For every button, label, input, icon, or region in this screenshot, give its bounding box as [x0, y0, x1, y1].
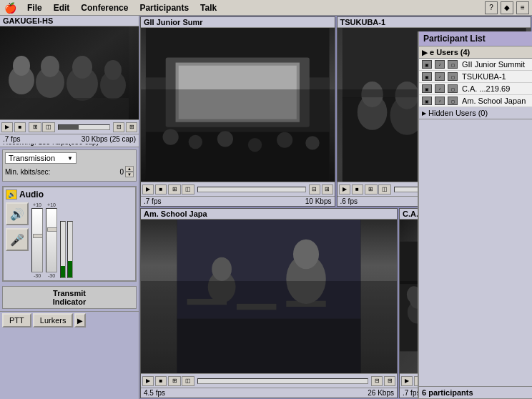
level-indicators — [60, 202, 73, 278]
gii-ctrl3[interactable]: ⊟ — [309, 184, 320, 194]
audio-icon: 🔊 — [6, 189, 17, 200]
gii-stop[interactable]: ■ — [155, 184, 167, 194]
control-strip-icon[interactable]: ≡ — [516, 1, 529, 14]
apple-menu[interactable]: 🍎 — [3, 1, 17, 14]
level-bar-1 — [60, 221, 66, 278]
amschool-ctrl1[interactable]: ⊞ — [168, 376, 181, 386]
local-stop-btn[interactable]: ■ — [14, 122, 26, 132]
tsukuba-ctrl1[interactable]: ⊞ — [365, 184, 378, 194]
menu-conference[interactable]: Conference — [75, 1, 134, 14]
participant-gii[interactable]: ▣ ♪ ◻ GII Junior Summit — [419, 59, 532, 71]
p-icons-gii: ▣ ♪ ◻ — [422, 60, 460, 69]
p-icons-tsukuba: ▣ ♪ ◻ — [422, 72, 460, 81]
amschool-stop[interactable]: ■ — [155, 376, 167, 386]
p-video-icon-a: ▣ — [422, 97, 432, 105]
participant-amschool[interactable]: ▣ ♪ ◻ Am. School Japan — [419, 95, 532, 107]
local-play-btn[interactable]: ▶ — [1, 122, 13, 132]
p-video-icon-c: ▣ — [422, 84, 432, 93]
amschool-ctrl3[interactable]: ⊟ — [371, 376, 383, 386]
gii-ctrl2[interactable]: ◫ — [182, 184, 194, 194]
help-icon[interactable]: ? — [485, 1, 498, 14]
transmission-panel: Transmission ▼ Min. kbits/sec: 0 ▲ ▼ — [2, 149, 137, 182]
speaker-thumb[interactable] — [33, 234, 43, 238]
participant-panel: Participant List ▶ e Users (4) ▣ ♪ ◻ GII… — [418, 31, 532, 399]
mic-slider[interactable] — [46, 208, 57, 272]
local-ctrl1[interactable]: ⊞ — [29, 122, 41, 132]
level-bar-2 — [67, 221, 73, 278]
svg-rect-11 — [146, 28, 330, 182]
amschool-ctrl4[interactable]: ⊞ — [384, 376, 395, 386]
participant-ca[interactable]: ▣ ♪ ◻ C.A. ...219.69 — [419, 83, 532, 95]
p-name-ca: C.A. ...219.69 — [462, 84, 510, 93]
video-cell-amschool: Am. School Japa — [140, 208, 398, 398]
transmit-indicator-label: Indicator — [5, 297, 134, 306]
gii-ctrl1[interactable]: ⊞ — [168, 184, 181, 194]
p-chat-icon: ◻ — [448, 60, 458, 69]
gii-vol-bar[interactable] — [197, 187, 306, 192]
tsukuba-title: TSUKUBA-1 — [338, 17, 531, 28]
hidden-triangle: ▶ — [422, 110, 426, 117]
svg-rect-39 — [237, 304, 276, 310]
mic-thumb[interactable] — [47, 227, 57, 232]
tsukuba-ctrl2[interactable]: ◫ — [378, 184, 391, 194]
menu-edit[interactable]: Edit — [48, 1, 76, 14]
diamond-icon: ◆ — [501, 1, 513, 14]
local-ctrl4[interactable]: ⊞ — [126, 122, 137, 132]
amschool-play[interactable]: ▶ — [142, 376, 154, 386]
menu-participants[interactable]: Participants — [134, 1, 194, 14]
speaker-slider[interactable] — [31, 208, 43, 272]
svg-point-44 — [212, 257, 232, 281]
local-volume-bar[interactable] — [58, 124, 110, 130]
svg-point-20 — [248, 138, 262, 152]
mic-btn[interactable]: 🎤 — [6, 228, 29, 251]
transmission-stepper[interactable]: ▲ ▼ — [125, 166, 134, 177]
tsukuba-play[interactable]: ▶ — [339, 184, 350, 194]
svg-rect-37 — [177, 220, 361, 373]
p-name-gii: GII Junior Summit — [462, 60, 525, 69]
svg-rect-38 — [187, 299, 227, 305]
hidden-users-section[interactable]: ▶ Hidden Users (0) — [419, 107, 532, 119]
local-video-container: GAKUGEI-HS — [0, 16, 139, 137]
menu-file[interactable]: File — [21, 1, 48, 14]
local-stats: .7 fps 30 Kbps (25 cap) — [0, 134, 139, 144]
lurkers-button[interactable]: Lurkers — [33, 313, 74, 327]
gii-play[interactable]: ▶ — [142, 184, 154, 194]
transmission-row: Min. kbits/sec: 0 ▲ ▼ — [5, 166, 134, 177]
stepper-down[interactable]: ▼ — [125, 172, 134, 177]
svg-point-22 — [305, 136, 319, 149]
speaker-btn[interactable]: 🔊 — [6, 202, 29, 225]
gii-ctrl4[interactable]: ⊞ — [322, 184, 333, 194]
svg-point-7 — [72, 56, 92, 79]
p-video-icon: ▣ — [422, 60, 432, 69]
transmission-select[interactable]: Transmission ▼ — [5, 152, 77, 164]
amschool-video-content — [141, 220, 397, 373]
ca-play[interactable]: ▶ — [401, 376, 413, 386]
svg-point-42 — [293, 240, 319, 270]
amschool-vol-bar[interactable] — [197, 378, 368, 384]
menu-talk[interactable]: Talk — [194, 1, 222, 14]
svg-point-25 — [357, 94, 387, 130]
stepper-up[interactable]: ▲ — [125, 166, 134, 172]
local-video-content — [0, 26, 139, 119]
svg-point-3 — [13, 56, 30, 76]
video-cell-gii: GII Junior Sumr — [140, 16, 335, 207]
p-audio-icon-a: ♪ — [435, 97, 445, 105]
menubar: 🍎 File Edit Conference Participants Talk… — [0, 0, 532, 16]
amschool-title: Am. School Japa — [141, 209, 397, 220]
gii-controls: ▶ ■ ⊞ ◫ ⊟ ⊞ — [141, 182, 335, 196]
audio-title-text: Audio — [19, 189, 44, 200]
mic-slider-container: +10 -30 — [46, 202, 57, 278]
amschool-ctrl2[interactable]: ◫ — [182, 376, 194, 386]
scroll-right-btn[interactable]: ▶ — [74, 313, 86, 327]
transmission-dropdown[interactable]: Transmission ▼ — [5, 152, 134, 164]
local-ctrl2[interactable]: ◫ — [42, 122, 55, 132]
participant-count: 6 participants — [419, 387, 532, 399]
tsukuba-stop[interactable]: ■ — [352, 184, 363, 194]
participant-tsukuba[interactable]: ▣ ♪ ◻ TSUKUBA-1 — [419, 71, 532, 83]
p-audio-icon-t: ♪ — [435, 72, 445, 81]
local-ctrl3[interactable]: ⊟ — [113, 122, 124, 132]
ptt-button[interactable]: PTT — [2, 313, 31, 327]
amschool-stats: 4.5 fps 26 Kbps — [141, 388, 397, 398]
svg-point-5 — [41, 56, 59, 77]
local-video-controls: ▶ ■ ⊞ ◫ ⊟ ⊞ — [0, 119, 139, 134]
